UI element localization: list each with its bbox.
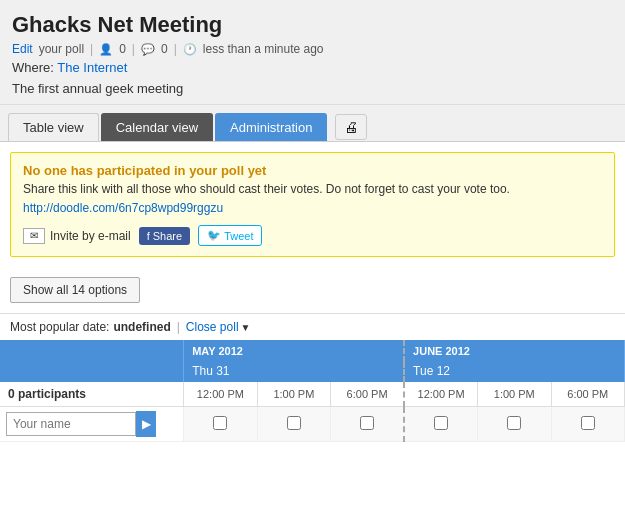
time-ago: less than a minute ago: [203, 42, 324, 56]
invite-email-button[interactable]: ✉ Invite by e-mail: [23, 228, 131, 244]
checkbox-1200pm-may: [184, 407, 257, 442]
separator: |: [177, 320, 180, 334]
date-june12: Tue 12: [404, 362, 624, 382]
calendar-grid: MAY 2012 JUNE 2012 Thu 31 Tue 12 0 parti…: [0, 340, 625, 442]
check-3[interactable]: [360, 416, 374, 430]
invite-label: Invite by e-mail: [50, 229, 131, 243]
grid-container: MAY 2012 JUNE 2012 Thu 31 Tue 12 0 parti…: [0, 340, 625, 442]
may-label: MAY 2012: [192, 345, 243, 357]
check-4[interactable]: [434, 416, 448, 430]
month-june: JUNE 2012: [404, 340, 624, 362]
description-text: The first annual geek meeting: [12, 81, 613, 96]
tabs-bar: Table view Calendar view Administration …: [0, 105, 625, 142]
check-6[interactable]: [581, 416, 595, 430]
share-label: Share: [153, 230, 182, 242]
where-line: Where: The Internet: [12, 60, 613, 75]
participants-icon: 👤: [99, 43, 113, 56]
edit-link[interactable]: Edit: [12, 42, 33, 56]
fb-icon: f: [147, 230, 150, 242]
june-label: JUNE 2012: [413, 345, 470, 357]
name-cell: ▶: [0, 407, 184, 442]
date-row: Thu 31 Tue 12: [0, 362, 625, 382]
poll-label: your poll: [39, 42, 84, 56]
comments-count: 0: [161, 42, 168, 56]
sep2: |: [132, 42, 135, 56]
calendar-area: Most popular date: undefined | Close pol…: [0, 314, 625, 442]
dropdown-arrow-icon[interactable]: ▼: [241, 322, 251, 333]
date-empty: [0, 362, 184, 382]
print-button[interactable]: 🖨: [335, 114, 367, 140]
time-100pm-june: 1:00 PM: [478, 382, 551, 407]
participants-count: 0: [119, 42, 126, 56]
doodle-link[interactable]: http://doodle.com/6n7cp8wpd99rggzu: [23, 201, 223, 215]
name-input[interactable]: [6, 412, 136, 436]
where-label: Where:: [12, 60, 54, 75]
participants-count-cell: 0 participants: [0, 382, 184, 407]
date-may31: Thu 31: [184, 362, 404, 382]
share-row: ✉ Invite by e-mail f Share 🐦 Tweet: [23, 225, 602, 246]
checkbox-100pm-may: [257, 407, 330, 442]
tab-calendar-view[interactable]: Calendar view: [101, 113, 213, 141]
close-poll-link[interactable]: Close poll: [186, 320, 239, 334]
notice-title: No one has participated in your poll yet: [23, 163, 602, 178]
sep3: |: [174, 42, 177, 56]
popular-value: undefined: [113, 320, 170, 334]
time-1200pm-june: 12:00 PM: [404, 382, 477, 407]
time-100pm-may: 1:00 PM: [257, 382, 330, 407]
month-header-empty: [0, 340, 184, 362]
email-icon: ✉: [23, 228, 45, 244]
checkbox-100pm-june: [478, 407, 551, 442]
checkbox-600pm-may: [331, 407, 404, 442]
header-section: Ghacks Net Meeting Edit your poll | 👤 0 …: [0, 0, 625, 105]
participants-header-row: 0 participants 12:00 PM 1:00 PM 6:00 PM …: [0, 382, 625, 407]
check-1[interactable]: [213, 416, 227, 430]
notice-box: No one has participated in your poll yet…: [10, 152, 615, 257]
page-title: Ghacks Net Meeting: [12, 12, 613, 38]
name-submit-button[interactable]: ▶: [136, 411, 156, 437]
popular-date-row: Most popular date: undefined | Close pol…: [0, 314, 625, 340]
check-5[interactable]: [507, 416, 521, 430]
options-row: Show all 14 options: [0, 267, 625, 314]
tab-table-view[interactable]: Table view: [8, 113, 99, 141]
month-header-row: MAY 2012 JUNE 2012: [0, 340, 625, 362]
clock-icon: 🕐: [183, 43, 197, 56]
time-600pm-may: 6:00 PM: [331, 382, 404, 407]
check-2[interactable]: [287, 416, 301, 430]
twitter-icon: 🐦: [207, 229, 221, 242]
meta-row: Edit your poll | 👤 0 | 💬 0 | 🕐 less than…: [12, 42, 613, 56]
tab-administration[interactable]: Administration: [215, 113, 327, 141]
popular-label: Most popular date:: [10, 320, 109, 334]
tweet-label: Tweet: [224, 230, 253, 242]
notice-text: Share this link with all those who shoul…: [23, 182, 602, 196]
checkbox-1200pm-june: [404, 407, 477, 442]
facebook-share-button[interactable]: f Share: [139, 227, 190, 245]
time-600pm-june: 6:00 PM: [551, 382, 624, 407]
name-input-wrapper: ▶: [6, 411, 177, 437]
comments-icon: 💬: [141, 43, 155, 56]
checkbox-600pm-june: [551, 407, 624, 442]
month-may: MAY 2012: [184, 340, 404, 362]
sep1: |: [90, 42, 93, 56]
time-1200pm-may: 12:00 PM: [184, 382, 257, 407]
input-row: ▶: [0, 407, 625, 442]
show-all-options-button[interactable]: Show all 14 options: [10, 277, 140, 303]
tweet-button[interactable]: 🐦 Tweet: [198, 225, 262, 246]
location-link[interactable]: The Internet: [57, 60, 127, 75]
